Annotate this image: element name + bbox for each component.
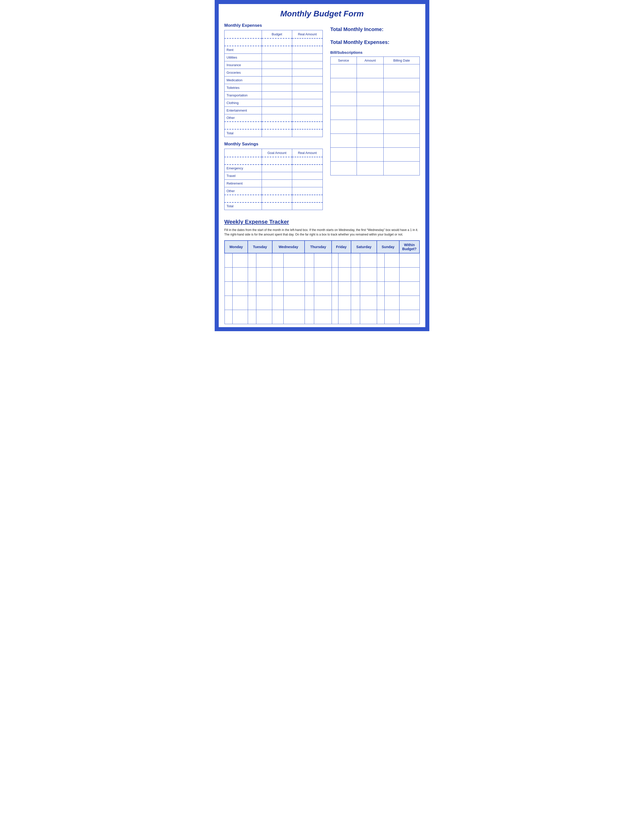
day-date-sub[interactable]: [332, 253, 338, 267]
bills-cell[interactable]: [357, 64, 384, 78]
weekly-day-cell[interactable]: [377, 310, 399, 324]
day-amount-sub[interactable]: [256, 282, 272, 296]
bills-cell[interactable]: [357, 78, 384, 92]
within-budget-cell[interactable]: [399, 310, 420, 324]
day-amount-sub[interactable]: [283, 253, 304, 267]
day-amount-sub[interactable]: [233, 253, 248, 267]
weekly-day-cell[interactable]: [304, 268, 332, 282]
weekly-day-cell[interactable]: [224, 253, 248, 268]
day-amount-sub[interactable]: [283, 310, 304, 324]
day-amount-sub[interactable]: [385, 253, 399, 267]
bills-cell[interactable]: [357, 120, 384, 134]
expense-real-value[interactable]: [292, 61, 323, 69]
weekly-day-cell[interactable]: [248, 253, 272, 268]
weekly-day-cell[interactable]: [224, 282, 248, 296]
expense-budget-value[interactable]: [262, 53, 292, 61]
expense-real-value[interactable]: [292, 99, 323, 106]
weekly-day-cell[interactable]: [272, 282, 304, 296]
day-amount-sub[interactable]: [256, 253, 272, 267]
bills-cell[interactable]: [384, 148, 420, 162]
day-date-sub[interactable]: [248, 282, 256, 296]
day-amount-sub[interactable]: [256, 310, 272, 324]
day-date-sub[interactable]: [377, 253, 385, 267]
day-date-sub[interactable]: [305, 268, 314, 281]
within-budget-cell[interactable]: [399, 282, 420, 296]
weekly-day-cell[interactable]: [377, 268, 399, 282]
savings-real-value[interactable]: [292, 165, 323, 172]
weekly-day-cell[interactable]: [304, 310, 332, 324]
day-date-sub[interactable]: [305, 310, 314, 324]
day-amount-sub[interactable]: [283, 268, 304, 281]
day-date-sub[interactable]: [248, 253, 256, 267]
savings-goal-value[interactable]: [262, 180, 292, 187]
weekly-day-cell[interactable]: [248, 296, 272, 310]
weekly-day-cell[interactable]: [248, 268, 272, 282]
expense-budget-value[interactable]: [262, 114, 292, 122]
bills-cell[interactable]: [330, 148, 357, 162]
day-date-sub[interactable]: [272, 310, 283, 324]
bills-cell[interactable]: [357, 148, 384, 162]
weekly-day-cell[interactable]: [377, 296, 399, 310]
within-budget-cell[interactable]: [399, 253, 420, 268]
day-date-sub[interactable]: [305, 296, 314, 310]
day-amount-sub[interactable]: [256, 296, 272, 310]
weekly-day-cell[interactable]: [332, 268, 351, 282]
day-date-sub[interactable]: [351, 282, 360, 296]
day-date-sub[interactable]: [351, 296, 360, 310]
day-amount-sub[interactable]: [385, 310, 399, 324]
bills-cell[interactable]: [384, 162, 420, 175]
day-amount-sub[interactable]: [283, 296, 304, 310]
day-date-sub[interactable]: [332, 268, 338, 281]
expense-real-value[interactable]: [292, 69, 323, 76]
within-budget-cell[interactable]: [399, 268, 420, 282]
expense-budget-value[interactable]: [262, 76, 292, 84]
expense-budget-value[interactable]: [262, 99, 292, 106]
weekly-day-cell[interactable]: [304, 296, 332, 310]
weekly-day-cell[interactable]: [332, 253, 351, 268]
weekly-day-cell[interactable]: [304, 253, 332, 268]
expense-real-value[interactable]: [292, 76, 323, 84]
bills-cell[interactable]: [357, 162, 384, 175]
day-date-sub[interactable]: [248, 268, 256, 281]
day-date-sub[interactable]: [305, 253, 314, 267]
day-amount-sub[interactable]: [233, 296, 248, 310]
weekly-day-cell[interactable]: [272, 253, 304, 268]
bills-cell[interactable]: [330, 64, 357, 78]
expense-real-value[interactable]: [292, 53, 323, 61]
bills-cell[interactable]: [357, 106, 384, 120]
bills-cell[interactable]: [357, 134, 384, 148]
weekly-day-cell[interactable]: [332, 296, 351, 310]
savings-real-value[interactable]: [292, 203, 323, 210]
day-date-sub[interactable]: [377, 296, 385, 310]
weekly-day-cell[interactable]: [224, 296, 248, 310]
weekly-day-cell[interactable]: [248, 310, 272, 324]
day-date-sub[interactable]: [248, 310, 256, 324]
within-budget-cell[interactable]: [399, 296, 420, 310]
day-date-sub[interactable]: [332, 310, 338, 324]
day-date-sub[interactable]: [272, 296, 283, 310]
day-date-sub[interactable]: [225, 268, 233, 281]
savings-real-value[interactable]: [292, 172, 323, 180]
day-amount-sub[interactable]: [233, 282, 248, 296]
weekly-day-cell[interactable]: [332, 310, 351, 324]
savings-goal-value[interactable]: [262, 172, 292, 180]
day-date-sub[interactable]: [351, 268, 360, 281]
day-date-sub[interactable]: [332, 282, 338, 296]
day-amount-sub[interactable]: [314, 282, 332, 296]
weekly-day-cell[interactable]: [351, 253, 377, 268]
savings-real-value[interactable]: [292, 180, 323, 187]
bills-cell[interactable]: [330, 162, 357, 175]
day-amount-sub[interactable]: [385, 282, 399, 296]
day-amount-sub[interactable]: [385, 296, 399, 310]
expense-budget-value[interactable]: [262, 46, 292, 53]
savings-goal-value[interactable]: [262, 165, 292, 172]
bills-cell[interactable]: [357, 92, 384, 106]
day-amount-sub[interactable]: [338, 282, 351, 296]
day-amount-sub[interactable]: [233, 310, 248, 324]
weekly-day-cell[interactable]: [272, 310, 304, 324]
day-amount-sub[interactable]: [360, 310, 377, 324]
expense-real-value[interactable]: [292, 92, 323, 99]
day-amount-sub[interactable]: [314, 310, 332, 324]
day-date-sub[interactable]: [225, 296, 233, 310]
day-amount-sub[interactable]: [360, 253, 377, 267]
